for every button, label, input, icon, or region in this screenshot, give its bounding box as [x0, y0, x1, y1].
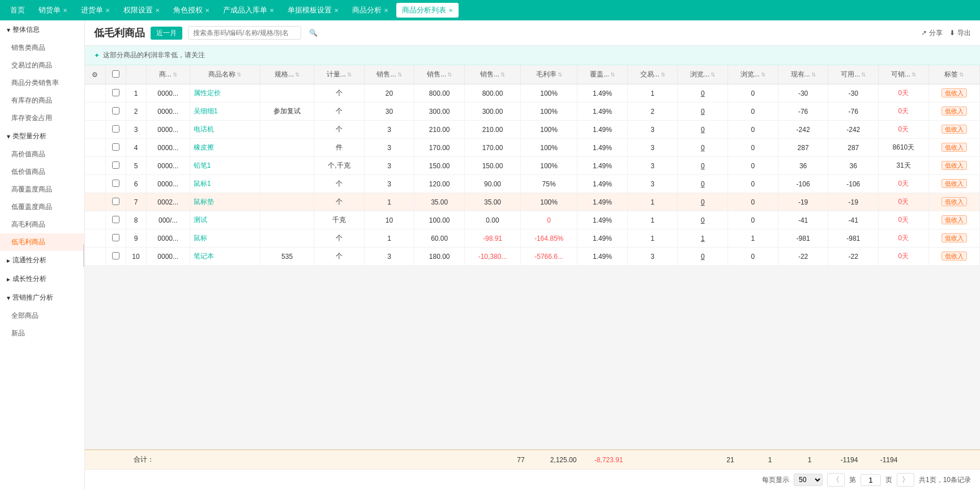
- row-name[interactable]: 笔记本: [190, 248, 260, 266]
- sidebar-item-high-margin[interactable]: 高毛利商品: [0, 216, 84, 233]
- sales-price-col-header[interactable]: 销售...⇅: [414, 65, 465, 84]
- unit-col-header[interactable]: 计量...⇅: [314, 65, 365, 84]
- search-icon[interactable]: 🔍: [309, 29, 318, 37]
- select-all-checkbox[interactable]: [112, 70, 119, 78]
- gross-rate-col-header[interactable]: 毛利率⇅: [521, 65, 577, 84]
- browse1-col-header[interactable]: 浏览...⇅: [678, 65, 728, 84]
- checkbox-col-header[interactable]: [105, 65, 126, 84]
- nav-product-analysis[interactable]: 商品分析✕: [346, 3, 394, 18]
- row-checkbox[interactable]: [105, 211, 126, 229]
- sidebar-group-overall[interactable]: ▾ 整体信息: [0, 20, 84, 39]
- export-button[interactable]: ⬇ 导出: [949, 28, 971, 38]
- row-checkbox[interactable]: [105, 139, 126, 157]
- row-select-checkbox[interactable]: [112, 125, 119, 133]
- name-col-header[interactable]: 商品名称⇅: [190, 65, 260, 84]
- prev-page-button[interactable]: 〈: [827, 473, 845, 487]
- row-name[interactable]: 属性定价: [190, 84, 260, 103]
- sidebar-item-high-coverage[interactable]: 高覆盖度商品: [0, 181, 84, 198]
- tag-col-header[interactable]: 标签⇅: [928, 65, 979, 84]
- row-browse1[interactable]: 0: [678, 139, 728, 157]
- nav-product-analysis-close[interactable]: ✕: [384, 7, 388, 14]
- coverage-col-header[interactable]: 覆盖...⇅: [577, 65, 628, 84]
- row-browse1[interactable]: 0: [678, 211, 728, 229]
- sidebar-item-category-rate[interactable]: 商品分类销售率: [0, 74, 84, 92]
- nav-product-analysis-list-close[interactable]: ✕: [448, 7, 453, 14]
- row-name[interactable]: 吴细细1: [190, 103, 260, 121]
- row-browse1[interactable]: 0: [678, 175, 728, 193]
- row-name[interactable]: 铅笔1: [190, 157, 260, 175]
- nav-product-analysis-list[interactable]: 商品分析列表✕: [396, 3, 459, 18]
- sidebar-collapse-button[interactable]: 《: [83, 244, 85, 267]
- nav-permissions[interactable]: 权限设置✕: [118, 3, 165, 18]
- sales-qty-col-header[interactable]: 销售...⇅: [364, 65, 414, 84]
- nav-roles-close[interactable]: ✕: [205, 7, 209, 14]
- row-browse1[interactable]: 1: [678, 229, 728, 248]
- sidebar-item-traded-products[interactable]: 交易过的商品: [0, 57, 84, 74]
- nav-finished-goods[interactable]: 产成品入库单✕: [217, 3, 280, 18]
- row-name[interactable]: 鼠标垫: [190, 193, 260, 211]
- row-select-checkbox[interactable]: [112, 234, 119, 241]
- row-checkbox[interactable]: [105, 175, 126, 193]
- sidebar-item-low-value[interactable]: 低价值商品: [0, 163, 84, 181]
- sidebar-item-sales-products[interactable]: 销售类商品: [0, 39, 84, 57]
- page-number-input[interactable]: [861, 474, 881, 486]
- row-name[interactable]: 橡皮擦: [190, 139, 260, 157]
- date-filter-button[interactable]: 近一月: [151, 27, 182, 40]
- sidebar-item-low-margin[interactable]: 低毛利商品: [0, 233, 84, 251]
- sidebar-item-inventory-capital[interactable]: 库存资金占用: [0, 109, 84, 127]
- trade-col-header[interactable]: 交易...⇅: [627, 65, 678, 84]
- nav-permissions-close[interactable]: ✕: [155, 7, 160, 14]
- sidebar-group-marketing[interactable]: ▾ 营销推广分析: [0, 288, 84, 307]
- sales-profit-col-header[interactable]: 销售...⇅: [464, 65, 520, 84]
- sidebar-item-in-stock[interactable]: 有库存的商品: [0, 92, 84, 109]
- browse2-col-header[interactable]: 浏览...⇅: [728, 65, 778, 84]
- sidebar-item-low-coverage[interactable]: 低覆盖度商品: [0, 198, 84, 216]
- nav-sales[interactable]: 销货单✕: [33, 3, 73, 18]
- page-size-select[interactable]: 50 100 200: [794, 474, 823, 486]
- spec-col-header[interactable]: 规格...⇅: [260, 65, 314, 84]
- current-col-header[interactable]: 现有...⇅: [778, 65, 828, 84]
- nav-home[interactable]: 首页: [5, 3, 31, 18]
- row-select-checkbox[interactable]: [112, 198, 119, 205]
- search-input[interactable]: [188, 26, 301, 40]
- row-checkbox[interactable]: [105, 103, 126, 121]
- row-checkbox[interactable]: [105, 229, 126, 248]
- settings-col-header[interactable]: ⚙: [85, 65, 105, 84]
- row-browse1[interactable]: 0: [678, 84, 728, 103]
- nav-roles[interactable]: 角色授权✕: [168, 3, 215, 18]
- sidebar-item-new-products[interactable]: 新品: [0, 325, 84, 342]
- share-button[interactable]: ↗ 分享: [921, 28, 943, 38]
- row-select-checkbox[interactable]: [112, 89, 119, 96]
- row-name[interactable]: 电话机: [190, 121, 260, 139]
- row-browse1[interactable]: 0: [678, 103, 728, 121]
- sidebar-item-all-products[interactable]: 全部商品: [0, 307, 84, 325]
- sidebar-group-type-analysis[interactable]: ▾ 类型量分析: [0, 127, 84, 146]
- row-select-checkbox[interactable]: [112, 107, 119, 114]
- row-select-checkbox[interactable]: [112, 180, 119, 187]
- available-col-header[interactable]: 可用...⇅: [828, 65, 879, 84]
- row-checkbox[interactable]: [105, 157, 126, 175]
- row-name[interactable]: 鼠标1: [190, 175, 260, 193]
- saleable-col-header[interactable]: 可销...⇅: [879, 65, 929, 84]
- row-select-checkbox[interactable]: [112, 161, 119, 169]
- row-select-checkbox[interactable]: [112, 252, 119, 259]
- nav-purchase-close[interactable]: ✕: [105, 7, 110, 14]
- next-page-button[interactable]: 〉: [897, 473, 914, 487]
- row-select-checkbox[interactable]: [112, 216, 119, 223]
- row-checkbox[interactable]: [105, 248, 126, 266]
- code-col-header[interactable]: 商...⇅: [146, 65, 190, 84]
- row-select-checkbox[interactable]: [112, 143, 119, 151]
- nav-sales-close[interactable]: ✕: [63, 7, 67, 14]
- row-browse1[interactable]: 0: [678, 157, 728, 175]
- row-browse1[interactable]: 0: [678, 121, 728, 139]
- row-browse1[interactable]: 0: [678, 248, 728, 266]
- row-name[interactable]: 鼠标: [190, 229, 260, 248]
- nav-template-settings-close[interactable]: ✕: [334, 7, 339, 14]
- sidebar-item-high-value[interactable]: 高价值商品: [0, 146, 84, 163]
- sidebar-group-growth[interactable]: ▸ 成长性分析: [0, 270, 84, 288]
- row-name[interactable]: 测试: [190, 211, 260, 229]
- nav-template-settings[interactable]: 单据模板设置✕: [282, 3, 344, 18]
- sidebar-group-circulation[interactable]: ▸ 流通性分析: [0, 251, 84, 270]
- row-checkbox[interactable]: [105, 193, 126, 211]
- nav-finished-goods-close[interactable]: ✕: [269, 7, 274, 14]
